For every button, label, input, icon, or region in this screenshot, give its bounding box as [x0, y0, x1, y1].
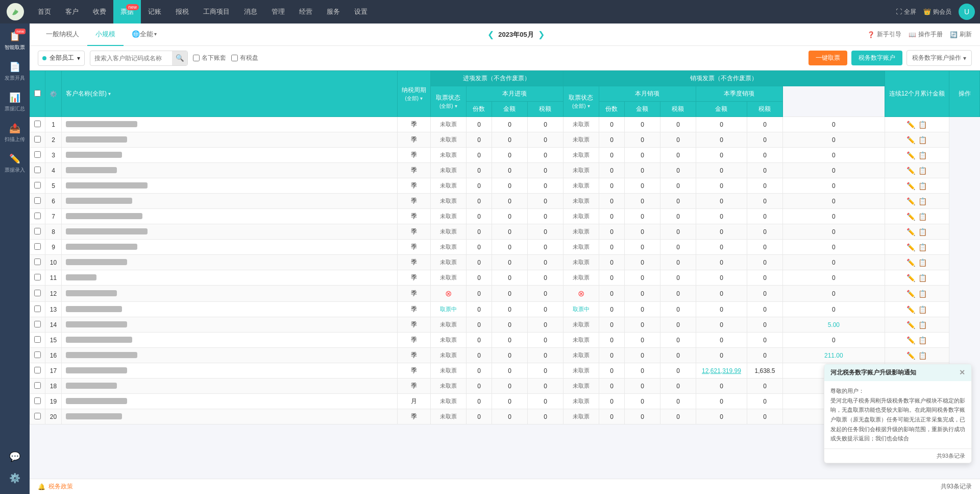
copy-icon[interactable]: 📋 — [918, 321, 927, 329]
row-checkbox[interactable] — [34, 243, 41, 250]
nav-item-bizproject[interactable]: 工商项目 — [196, 0, 237, 23]
row-checkbox[interactable] — [34, 228, 41, 234]
tab-all[interactable]: 🌐 全能 ▾ — [124, 23, 165, 46]
sidebar-item-smart-invoice[interactable]: 📋 智能取票 new — [0, 26, 30, 56]
row-checkbox[interactable] — [34, 197, 41, 204]
copy-icon[interactable]: 📋 — [918, 351, 927, 360]
nav-item-tax[interactable]: 报税 — [168, 0, 196, 23]
col-name-header[interactable]: 客户名称(全部) ▾ — [62, 71, 398, 117]
copy-icon[interactable]: 📋 — [918, 167, 927, 175]
nav-item-message[interactable]: 消息 — [237, 0, 264, 23]
tax-disk-checkbox-label[interactable]: 有税盘 — [231, 54, 258, 62]
row-checkbox[interactable] — [34, 382, 41, 389]
popup-close-button[interactable]: ✕ — [959, 368, 965, 377]
edit-icon[interactable]: ✏️ — [906, 136, 915, 144]
nav-item-manage[interactable]: 管理 — [264, 0, 292, 23]
employee-filter[interactable]: 全部员工 ▾ — [38, 51, 85, 66]
edit-icon[interactable]: ✏️ — [906, 182, 915, 190]
search-button[interactable]: 🔍 — [172, 51, 187, 66]
row-checkbox[interactable] — [34, 121, 41, 127]
row-checkbox[interactable] — [34, 136, 41, 143]
nav-item-home[interactable]: 首页 — [31, 0, 58, 23]
edit-icon[interactable]: ✏️ — [906, 258, 915, 267]
row-checkbox[interactable] — [34, 321, 41, 327]
sidebar-item-invoice-entry[interactable]: ✏️ 票据录入 — [0, 148, 30, 179]
row-checkbox[interactable] — [34, 351, 41, 358]
sidebar-item-config[interactable]: ⚙️ — [0, 467, 30, 489]
row-checkbox[interactable] — [34, 274, 41, 280]
col-input-status-header[interactable]: 取票状态(全部) ▾ — [430, 86, 466, 117]
copy-icon[interactable]: 📋 — [918, 228, 927, 236]
copy-icon[interactable]: 📋 — [918, 121, 927, 129]
refresh-button[interactable]: 🔄 刷新 — [950, 30, 972, 39]
copy-icon[interactable]: 📋 — [918, 258, 927, 267]
row-checkbox[interactable] — [34, 367, 41, 373]
sidebar-item-invoice-summary[interactable]: 📊 票据汇总 — [0, 87, 30, 117]
row-checkbox[interactable] — [34, 290, 41, 296]
col-output-status-header[interactable]: 取票状态(全部) ▾ — [563, 86, 599, 117]
nav-item-invoice[interactable]: 票据 new — [113, 0, 141, 23]
copy-icon[interactable]: 📋 — [918, 151, 927, 159]
row-checkbox[interactable] — [34, 151, 41, 158]
edit-icon[interactable]: ✏️ — [906, 290, 915, 298]
tab-small-scale[interactable]: 小规模 — [87, 23, 124, 46]
col-tax-period-header[interactable]: 纳税周期 (全部) ▾ — [397, 71, 430, 117]
edit-icon[interactable]: ✏️ — [906, 305, 915, 314]
nav-item-operation[interactable]: 经营 — [292, 0, 320, 23]
row-checkbox[interactable] — [34, 213, 41, 219]
copy-icon[interactable]: 📋 — [918, 290, 927, 298]
sub-account-checkbox[interactable] — [193, 55, 200, 61]
copy-icon[interactable]: 📋 — [918, 336, 927, 344]
row-checkbox[interactable] — [34, 167, 41, 173]
nav-item-accounting[interactable]: 记账 — [141, 0, 168, 23]
edit-icon[interactable]: ✏️ — [906, 243, 915, 251]
new-guide-button[interactable]: ❓ 新手引导 — [867, 30, 901, 39]
digital-account-ops-button[interactable]: 税务数字账户操作 ▾ — [906, 50, 972, 66]
nav-item-client[interactable]: 客户 — [58, 0, 86, 23]
nav-item-charge[interactable]: 收费 — [86, 0, 113, 23]
edit-icon[interactable]: ✏️ — [906, 121, 915, 129]
nav-item-settings[interactable]: 设置 — [347, 0, 375, 23]
user-avatar[interactable]: U — [959, 4, 975, 20]
row-checkbox[interactable] — [34, 413, 41, 419]
nav-item-service[interactable]: 服务 — [320, 0, 347, 23]
row-out-tax-cell: 0 — [660, 270, 696, 286]
copy-icon[interactable]: 📋 — [918, 136, 927, 144]
tax-policy-label[interactable]: 税务政策 — [48, 482, 73, 491]
date-prev-button[interactable]: ❮ — [487, 30, 494, 39]
sidebar-item-invoice-open[interactable]: 📄 发票开具 — [0, 56, 30, 87]
sub-account-checkbox-label[interactable]: 名下账套 — [193, 54, 226, 62]
tab-general-taxpayer[interactable]: 一般纳税人 — [38, 23, 87, 46]
edit-icon[interactable]: ✏️ — [906, 274, 915, 282]
copy-icon[interactable]: 📋 — [918, 197, 927, 205]
row-checkbox[interactable] — [34, 397, 41, 404]
copy-icon[interactable]: 📋 — [918, 274, 927, 282]
select-all-checkbox[interactable] — [34, 90, 41, 97]
edit-icon[interactable]: ✏️ — [906, 321, 915, 329]
row-checkbox[interactable] — [34, 336, 41, 343]
edit-icon[interactable]: ✏️ — [906, 351, 915, 360]
row-checkbox[interactable] — [34, 305, 41, 312]
edit-icon[interactable]: ✏️ — [906, 336, 915, 344]
member-button[interactable]: 👑 购会员 — [923, 8, 951, 16]
copy-icon[interactable]: 📋 — [918, 213, 927, 221]
fullscreen-button[interactable]: ⛶ 全屏 — [896, 8, 916, 16]
edit-icon[interactable]: ✏️ — [906, 167, 915, 175]
edit-icon[interactable]: ✏️ — [906, 228, 915, 236]
sidebar-item-message[interactable]: 💬 — [0, 446, 30, 467]
tax-disk-checkbox[interactable] — [231, 55, 238, 61]
one-click-invoice-button[interactable]: 一键取票 — [808, 51, 847, 65]
copy-icon[interactable]: 📋 — [918, 182, 927, 190]
manual-button[interactable]: 📖 操作手册 — [909, 30, 943, 39]
digital-account-button[interactable]: 税务数字账户 — [851, 51, 902, 65]
edit-icon[interactable]: ✏️ — [906, 151, 915, 159]
edit-icon[interactable]: ✏️ — [906, 197, 915, 205]
copy-icon[interactable]: 📋 — [918, 305, 927, 314]
copy-icon[interactable]: 📋 — [918, 243, 927, 251]
row-checkbox[interactable] — [34, 182, 41, 189]
edit-icon[interactable]: ✏️ — [906, 213, 915, 221]
row-checkbox[interactable] — [34, 258, 41, 265]
search-input[interactable] — [90, 55, 172, 62]
date-next-button[interactable]: ❯ — [538, 30, 545, 39]
sidebar-item-scan-upload[interactable]: 📤 扫描上传 — [0, 117, 30, 148]
